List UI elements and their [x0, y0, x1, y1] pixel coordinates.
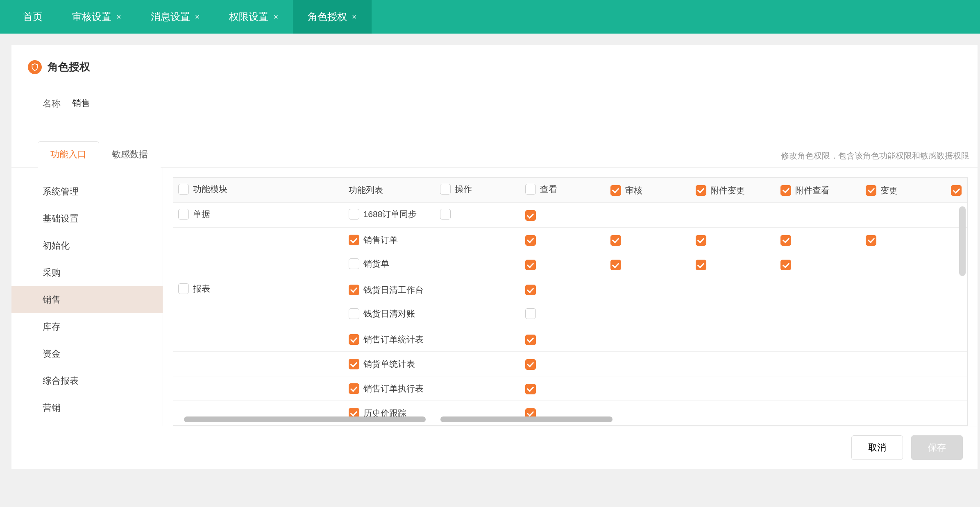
checkbox[interactable]: [525, 408, 536, 419]
checkbox[interactable]: [178, 184, 189, 195]
checkbox[interactable]: [866, 235, 876, 246]
sub-tab-0[interactable]: 功能入口: [38, 141, 99, 167]
checkbox[interactable]: [696, 260, 706, 270]
cell-module: [173, 302, 344, 327]
checkbox[interactable]: [349, 408, 359, 419]
checkbox[interactable]: [525, 308, 536, 319]
cell-op: [435, 203, 520, 228]
top-tab-2[interactable]: 消息设置×: [136, 0, 215, 34]
cell-op: [435, 252, 520, 277]
checkbox[interactable]: [349, 334, 359, 345]
checkbox[interactable]: [349, 258, 359, 269]
cell-view: [520, 203, 606, 228]
checkbox[interactable]: [525, 210, 536, 221]
checkbox[interactable]: [610, 235, 621, 246]
close-icon[interactable]: ×: [195, 12, 200, 22]
column-header-more: [946, 178, 967, 203]
cell-view: [520, 277, 606, 302]
top-tab-4[interactable]: 角色授权×: [293, 0, 372, 34]
top-tab-label: 首页: [23, 10, 43, 23]
sidebar-item-5[interactable]: 库存: [11, 313, 163, 340]
top-tab-0[interactable]: 首页: [8, 0, 57, 34]
checkbox[interactable]: [525, 359, 536, 370]
checkbox[interactable]: [525, 260, 536, 270]
checkbox[interactable]: [696, 235, 706, 246]
checkbox[interactable]: [349, 383, 359, 394]
checkbox[interactable]: [525, 285, 536, 295]
checkbox[interactable]: [610, 185, 621, 196]
name-label: 名称: [43, 97, 61, 110]
name-input[interactable]: [70, 95, 382, 112]
close-icon[interactable]: ×: [273, 12, 278, 22]
top-tab-label: 消息设置: [151, 10, 190, 23]
checkbox[interactable]: [440, 184, 451, 195]
close-icon[interactable]: ×: [116, 12, 121, 22]
checkbox[interactable]: [440, 209, 451, 220]
list-label: 钱货日清对账: [363, 308, 415, 319]
cell-list: 销货单: [344, 252, 435, 277]
cell-list: 钱货日清工作台: [344, 277, 435, 302]
cell-change: [861, 302, 946, 327]
cell-view: [520, 252, 606, 277]
vertical-scrollbar[interactable]: [958, 206, 966, 421]
cell-attchg: [691, 228, 776, 252]
checkbox[interactable]: [951, 185, 962, 196]
permission-table-area: 功能模块功能列表操作查看审核附件变更附件查看变更 单据1688订单同步销售订单销…: [163, 167, 978, 426]
checkbox[interactable]: [349, 209, 359, 220]
checkbox[interactable]: [525, 235, 536, 246]
cell-op: [435, 327, 520, 352]
checkbox[interactable]: [780, 185, 791, 196]
top-tab-1[interactable]: 审核设置×: [57, 0, 136, 34]
cell-change: [861, 277, 946, 302]
top-tab-label: 角色授权: [308, 10, 347, 23]
checkbox[interactable]: [525, 335, 536, 345]
list-label: 销售订单执行表: [363, 383, 424, 394]
checkbox[interactable]: [525, 384, 536, 394]
checkbox[interactable]: [780, 260, 791, 270]
sidebar-item-8[interactable]: 营销: [11, 394, 163, 421]
cell-change: [861, 203, 946, 228]
sidebar-item-2[interactable]: 初始化: [11, 232, 163, 259]
sidebar-item-1[interactable]: 基础设置: [11, 205, 163, 232]
sub-tab-1[interactable]: 敏感数据: [99, 141, 161, 167]
column-header-module: 功能模块: [173, 178, 344, 203]
checkbox[interactable]: [525, 184, 536, 195]
checkbox[interactable]: [866, 185, 876, 196]
cell-change: [861, 252, 946, 277]
cell-attview: [776, 302, 861, 327]
checkbox[interactable]: [610, 260, 621, 270]
table-row: 历史价跟踪: [173, 401, 967, 426]
checkbox[interactable]: [349, 308, 359, 319]
sidebar-item-0[interactable]: 系统管理: [11, 178, 163, 205]
table-row: 销售订单执行表: [173, 376, 967, 401]
vertical-scroll-thumb[interactable]: [959, 206, 966, 276]
sidebar-item-4[interactable]: 销售: [11, 286, 163, 313]
checkbox[interactable]: [178, 283, 189, 294]
checkbox[interactable]: [696, 185, 706, 196]
sidebar-item-6[interactable]: 资金: [11, 340, 163, 367]
close-icon[interactable]: ×: [352, 12, 357, 22]
checkbox[interactable]: [349, 235, 359, 245]
cancel-button[interactable]: 取消: [851, 435, 903, 460]
cell-view: [520, 401, 606, 426]
cell-attchg: [691, 327, 776, 352]
checkbox[interactable]: [178, 209, 189, 220]
top-tab-3[interactable]: 权限设置×: [214, 0, 293, 34]
table-row: 销货单统计表: [173, 352, 967, 376]
save-button[interactable]: 保存: [911, 435, 963, 460]
list-label: 历史价跟踪: [363, 407, 406, 419]
cell-audit: [606, 401, 691, 426]
checkbox[interactable]: [349, 285, 359, 295]
cell-attchg: [691, 352, 776, 376]
sidebar-item-7[interactable]: 综合报表: [11, 367, 163, 394]
cell-attchg: [691, 252, 776, 277]
cell-attview: [776, 352, 861, 376]
checkbox[interactable]: [780, 235, 791, 246]
sidebar-item-3[interactable]: 采购: [11, 259, 163, 286]
checkbox[interactable]: [349, 359, 359, 369]
cell-view: [520, 376, 606, 401]
cell-op: [435, 277, 520, 302]
column-header-attchg: 附件变更: [691, 178, 776, 203]
module-label: 报表: [193, 283, 210, 294]
cell-audit: [606, 376, 691, 401]
